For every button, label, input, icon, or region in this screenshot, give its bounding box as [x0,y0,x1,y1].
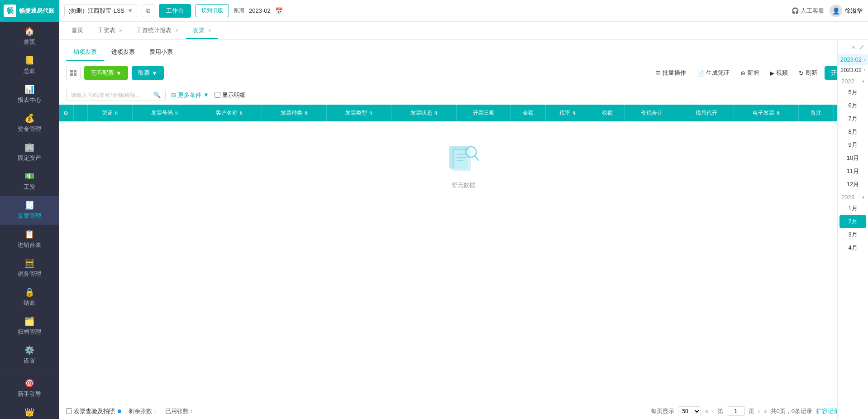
date-month-8月[interactable]: 8月 [839,125,866,138]
col-tax_rate[interactable]: 税率⇅ [545,105,590,121]
company-selector[interactable]: (勿删）江西股宝-LSS ▼ [64,5,137,17]
sidebar-item-archive[interactable]: 🗂️归档管理 [0,312,59,341]
col-invoice_type[interactable]: 发票种类⇅ [262,105,327,121]
search-icon[interactable]: 🔍 [153,92,161,98]
tab-close-salary-stats[interactable]: × [175,28,178,33]
show-detail-checkbox[interactable] [215,92,220,98]
col-customer[interactable]: 客户名称⇅ [197,105,262,121]
new-button[interactable]: ⊕ 新增 [737,67,763,79]
sidebar-label-guide: 新手引导 [18,390,41,398]
col-voucher[interactable]: 凭证⇅ [88,105,133,121]
headset-icon: 🎧 [792,7,799,14]
service-button[interactable]: 🎧 人工客服 [792,7,824,15]
date-month-6月[interactable]: 6月 [839,99,866,112]
date-month-5月[interactable]: 5月 [839,86,866,99]
date-sidebar-close-button[interactable]: × [851,43,856,52]
period-value: 2023-02 [249,7,271,14]
last-page-button[interactable]: » [763,408,767,414]
sidebar-item-invoice-mgmt[interactable]: 🧾发票管理 [0,196,59,225]
tab-close-salary-table[interactable]: × [119,28,122,33]
switch-version-button[interactable]: 切到旧版 [196,4,229,17]
page-input[interactable] [727,406,745,416]
sidebar-label-archive: 归档管理 [18,328,41,336]
tab-salary-stats[interactable]: 工资统计报表× [129,23,185,39]
tab-close-invoice[interactable]: × [208,28,211,33]
sidebar-item-member[interactable]: 👑畅会员 [0,403,59,419]
col-invoice_category[interactable]: 发票类型⇅ [327,105,391,121]
date-month-1月[interactable]: 1月 [839,202,866,215]
sidebar-item-tax[interactable]: 🧮税务管理 [0,254,59,283]
date-month-2月[interactable]: 2月 [839,215,866,228]
calendar-icon[interactable]: 📅 [275,7,283,14]
sidebar-item-salary[interactable]: 💵工资 [0,167,59,196]
col-tax_total: 价税合计 [625,105,679,121]
svg-point-11 [467,149,474,155]
tab-home[interactable]: 首页 [64,23,91,39]
sidebar-item-funds[interactable]: 💰资金管理 [0,109,59,138]
sub-tab-purchase[interactable]: 进项发票 [104,44,142,61]
date-month-9月[interactable]: 9月 [839,139,866,151]
tab-label-home: 首页 [72,26,83,34]
add-member-link[interactable]: 扩容记录 [816,407,839,415]
no-match-button[interactable]: 无匹配票 ▼ [84,66,128,80]
search-input[interactable] [71,92,152,98]
per-page-select[interactable]: 50 10 20 100 [678,406,701,416]
refresh-button[interactable]: ↻ 刷新 [795,67,821,79]
month-label-7月: 7月 [848,115,857,122]
more-conditions-button[interactable]: ⊟ 更多条件 ▼ [171,91,209,99]
date-month-10月[interactable]: 10月 [839,152,866,164]
date-period-1[interactable]: 2023.02› [838,65,868,75]
tab-label-invoice: 发票 [193,26,205,34]
sub-tab-sales[interactable]: 销项发票 [66,44,104,61]
sidebar-item-home[interactable]: 🏠首页 [0,22,59,51]
sidebar-item-sales-ledger[interactable]: 📋进销台账 [0,225,59,254]
sidebar-item-guide[interactable]: 🎯新手引导 [0,374,59,403]
sidebar-item-reports[interactable]: 📊报表中心 [0,80,59,109]
sort-icon: ⇅ [434,111,438,116]
show-detail-label[interactable]: 显示明细 [215,91,246,99]
year-chevron-2022[interactable]: ▾ [862,79,864,84]
sidebar-item-close[interactable]: 🔒结账 [0,283,59,312]
batch-ops-label: 批量操作 [663,69,686,77]
sidebar-item-ledger[interactable]: 📒总账 [0,51,59,80]
take-ticket-button[interactable]: 取票 ▼ [132,66,164,80]
workspace-button[interactable]: 工作台 [159,4,191,18]
batch-ops-button[interactable]: ☰ 批量操作 [652,67,690,79]
page-label: 第 [717,407,723,415]
video-button[interactable]: ▶ 视频 [766,67,792,79]
sub-tab-label-purchase: 进项发票 [111,48,135,55]
sidebar-item-settings[interactable]: ⚙️设置 [0,341,59,370]
user-info[interactable]: 👤 徐溢华 [830,5,863,17]
sidebar-label-settings: 设置 [24,357,35,365]
prev-page-button[interactable]: ‹ [712,408,714,414]
date-month-7月[interactable]: 7月 [839,112,866,125]
col-e_invoice[interactable]: 电子发票⇅ [734,105,799,121]
sidebar: 畅 畅捷通易代账 🏠首页📒总账📊报表中心💰资金管理🏢固定资产💵工资🧾发票管理📋进… [0,0,59,419]
date-month-3月[interactable]: 3月 [839,228,866,241]
grid-icon-button[interactable] [66,66,81,80]
date-month-11月[interactable]: 11月 [839,165,866,178]
date-month-12月[interactable]: 12月 [839,178,866,191]
col-invoice_status[interactable]: 发票状态⇅ [391,105,456,121]
date-month-4月[interactable]: 4月 [839,241,866,254]
new-label: 新增 [747,69,759,77]
copy-button[interactable]: ⧉ [142,5,154,17]
sidebar-item-assets[interactable]: 🏢固定资产 [0,138,59,167]
verify-checkbox-label[interactable]: 发票查验及拍照 [66,407,115,415]
generate-voucher-label: 生成凭证 [706,69,730,77]
verify-checkbox[interactable] [66,408,72,414]
tab-invoice[interactable]: 发票× [186,23,218,39]
year-chevron-2023[interactable]: ▾ [862,195,864,200]
date-sidebar-maximize-button[interactable]: ⤢ [858,43,865,52]
tab-salary-table[interactable]: 工资表× [91,23,129,39]
sidebar-icon-archive: 🗂️ [24,316,34,326]
generate-voucher-button[interactable]: 📄 生成凭证 [693,67,733,79]
date-period-label-1: 2023.02 [840,67,862,73]
sub-tab-expense[interactable]: 费用小票 [142,44,180,61]
date-period-0[interactable]: 2023.02› [838,54,868,65]
take-ticket-dropdown-icon: ▼ [152,70,157,77]
invoice-table: ⚙凭证⇅发票号码⇅客户名称⇅发票种类⇅发票类型⇅发票状态⇅开票日期金额税率⇅税额… [59,105,868,121]
next-page-button[interactable]: › [758,408,760,414]
first-page-button[interactable]: « [705,408,708,414]
col-invoice_no[interactable]: 发票号码⇅ [132,105,197,121]
